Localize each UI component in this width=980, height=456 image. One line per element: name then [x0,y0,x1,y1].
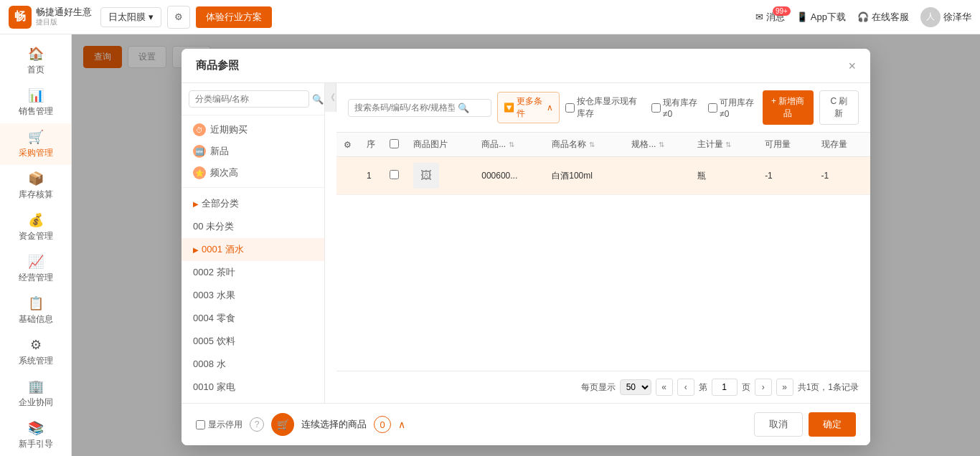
sidebar-label: 经营管理 [19,272,53,284]
sidebar-label: 库存核算 [19,189,53,201]
gear-button[interactable]: ⚙ [167,6,190,29]
col-name-label: 商品名称 [552,139,586,149]
col-code[interactable]: 商品... ⇅ [474,133,545,157]
col-avail[interactable]: 可用量 [758,133,814,157]
sidebar-item-basic[interactable]: 📋 基础信息 [0,290,71,331]
checkbox-avail-nonzero-input[interactable] [708,103,717,113]
category-search-input[interactable] [189,90,309,108]
nav-selector[interactable]: 日太阳膜 ▾ [100,7,161,27]
sidebar-item-finance[interactable]: 💰 资金管理 [0,206,71,248]
product-search-input[interactable] [354,103,455,113]
col-spec[interactable]: 规格... ⇅ [624,133,690,157]
prev-page-icon: ‹ [684,382,687,392]
pagination-bar: 每页显示 50 « ‹ 第 页 [336,371,870,403]
sort-icon-spec: ⇅ [659,141,664,148]
quick-new[interactable]: 🆕 新品 [189,141,317,161]
star-icon: ⭐ [193,166,206,179]
col-settings[interactable]: ⚙ [336,133,359,157]
quick-recent[interactable]: ⏱ 近期购买 [189,120,317,140]
logo-text: 畅捷通好生意 捷目版 [36,6,92,28]
collapse-sidebar-button[interactable]: 《 [325,83,336,112]
collapse-footer-button[interactable]: ∧ [398,419,405,430]
checkbox-stock-nonzero[interactable]: 现有库存≠0 [651,97,699,119]
logo-icon: 畅 [9,6,32,29]
col-no: 序 [359,133,382,157]
product-reference-modal: 商品参照 × 🔍 ⏱ 近期购买 [182,49,870,445]
filter-actions: + 新增商品 C 刷新 [763,90,859,125]
checkbox-stock-nonzero-input[interactable] [651,103,661,113]
last-page-button[interactable]: » [776,379,793,396]
cat-tea[interactable]: 0002 茶叶 [182,261,324,284]
cat-fruit[interactable]: 0003 水果 [182,284,324,307]
checkbox-avail-nonzero[interactable]: 可用库存≠0 [708,97,756,119]
modal-close-button[interactable]: × [848,60,856,72]
message-button[interactable]: ✉ 消息 99+ [755,11,785,24]
cat-liquor[interactable]: ▶ 0001 酒水 [182,238,324,261]
user-avatar[interactable]: 人 徐泽华 [920,7,971,27]
per-page-select[interactable]: 50 [620,379,651,395]
row-no: 1 [359,157,382,195]
col-unit[interactable]: 主计量 ⇅ [690,133,758,157]
service-button[interactable]: 🎧 在线客服 [857,11,909,24]
show-disabled-check[interactable]: 显示停用 [196,419,242,431]
settings-icon: ⚙ [344,140,352,150]
col-spec-label: 规格... [631,139,656,149]
col-img: 商品图片 [406,133,474,157]
app-download-button[interactable]: 📱 App下载 [796,11,846,24]
quick-frequent[interactable]: ⭐ 频次高 [189,163,317,183]
sidebar-item-sales[interactable]: 📊 销售管理 [0,82,71,123]
business-icon: 📈 [28,254,44,270]
confirm-button[interactable]: 确定 [809,412,856,437]
sidebar-label: 销售管理 [19,105,53,118]
checkbox-warehouse-input[interactable] [565,103,575,113]
sidebar-item-inventory[interactable]: 📦 库存核算 [0,165,71,206]
page-input[interactable] [712,379,738,396]
select-all-checkbox[interactable] [390,139,399,148]
cat-uncategorized-label: 00 未分类 [193,220,234,233]
col-name[interactable]: 商品名称 ⇅ [545,133,624,157]
show-disabled-checkbox[interactable] [196,420,205,429]
sidebar-item-guide[interactable]: 📚 新手引导 [0,414,71,456]
help-button[interactable]: ? [250,417,264,432]
checkbox-warehouse[interactable]: 按仓库显示现有库存 [565,95,643,120]
row-spec [624,157,690,195]
sidebar-item-purchase[interactable]: 🛒 采购管理 [0,123,71,165]
avatar-icon: 人 [920,7,941,27]
chevron-down-icon: ▾ [149,11,154,22]
cat-snack[interactable]: 0004 零食 [182,307,324,330]
cat-water[interactable]: 0008 水 [182,353,324,376]
row-img: 🖼 [406,157,474,195]
table-row[interactable]: 1 🖼 [336,157,870,195]
row-name: 白酒100ml [545,157,624,195]
modal-footer: 显示停用 ? 🛒 连续选择的商品 0 ∧ 取消 确定 [182,403,870,445]
next-page-button[interactable]: › [755,379,772,396]
prev-page-button[interactable]: ‹ [677,379,694,396]
cat-drink[interactable]: 0005 饮料 [182,330,324,353]
col-check[interactable] [382,133,406,157]
col-unit-label: 主计量 [697,139,723,149]
more-conditions-button[interactable]: 🔽 更多条件 ∧ [497,92,560,123]
row-checkbox[interactable] [390,170,399,179]
cat-all[interactable]: ▶ 全部分类 [182,192,324,215]
row-check[interactable] [382,157,406,195]
add-product-button[interactable]: + 新增商品 [763,90,814,125]
basic-icon: 📋 [28,295,44,311]
headset-icon: 🎧 [857,11,869,22]
cancel-button[interactable]: 取消 [754,412,803,437]
first-page-button[interactable]: « [656,379,673,396]
last-page-icon: » [782,382,787,392]
exp-button[interactable]: 体验行业方案 [196,6,272,28]
sort-icon-unit: ⇅ [725,141,731,148]
refresh-button[interactable]: C 刷新 [819,90,859,125]
cart-icon: 🛒 [271,413,294,436]
cat-uncategorized[interactable]: 00 未分类 [182,215,324,238]
col-stock[interactable]: 现存量 [814,133,870,157]
sidebar-item-business[interactable]: 📈 经营管理 [0,248,71,290]
sidebar-item-system[interactable]: ⚙ 系统管理 [0,331,71,373]
cat-drink-label: 0005 饮料 [193,335,235,348]
active-arrow: ▶ [193,246,199,254]
sidebar-item-home[interactable]: 🏠 首页 [0,40,71,82]
sidebar-item-enterprise[interactable]: 🏢 企业协同 [0,373,71,414]
cat-appliance[interactable]: 0010 家电 [182,376,324,399]
filter-icon: 🔽 [504,103,514,113]
